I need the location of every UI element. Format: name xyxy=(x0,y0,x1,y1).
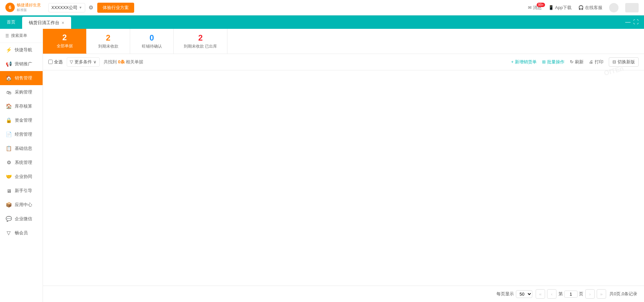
sidebar-item-wechat[interactable]: 💬 企业微信 xyxy=(0,212,43,226)
stat-tab-shipped[interactable]: 2 到期未收款 已出库 xyxy=(174,29,227,54)
page-size-selector: 每页显示 50 xyxy=(496,290,532,298)
tab-work-table[interactable]: 钱货日清工作台 ✕ xyxy=(22,17,71,29)
sales-icon: 🏠 xyxy=(5,75,12,81)
main-layout: ☰ 搜索菜单 ⚡ 快捷导航 📢 营销推广 🏠 销售管理 🛍 采购管理 🏠 库存核… xyxy=(0,29,644,302)
sidebar-item-member[interactable]: ▽ 畅会员 xyxy=(0,226,43,240)
tab-work-table-label: 钱货日清工作台 xyxy=(29,20,59,26)
tab-close-icon[interactable]: ✕ xyxy=(61,21,64,25)
search-icon: ☰ xyxy=(5,34,9,38)
select-all-input[interactable] xyxy=(48,60,53,64)
marketing-icon: 📢 xyxy=(5,61,12,67)
switch-icon: ⊟ xyxy=(612,59,616,64)
next-page-button[interactable]: › xyxy=(585,289,595,299)
table-area: OfTEn xyxy=(43,70,644,286)
add-sale-button[interactable]: + 新增销货单 xyxy=(511,59,537,65)
service-icon: 🎧 xyxy=(578,5,584,10)
sidebar-item-purchase[interactable]: 🛍 采购管理 xyxy=(0,85,43,99)
sidebar-item-basic-info[interactable]: 📋 基础信息 xyxy=(0,141,43,156)
business-icon: 📄 xyxy=(5,131,12,137)
stat-num-shipped: 2 xyxy=(198,33,203,43)
trial-button[interactable]: 体验行业方案 xyxy=(97,3,134,13)
company-selector[interactable]: XXXXXX公司 ▼ xyxy=(48,3,85,12)
sidebar-item-inventory[interactable]: 🏠 库存核算 xyxy=(0,99,43,113)
switch-version-button[interactable]: ⊟ 切换新版 xyxy=(609,57,639,67)
batch-operation-button[interactable]: ⊞ 批量操作 xyxy=(542,59,565,65)
quick-nav-icon: ⚡ xyxy=(5,47,12,53)
tab-maximize-icon[interactable]: ⛶ xyxy=(633,19,639,25)
toolbar-right: + 新增销货单 ⊞ 批量操作 ↻ 刷新 🖨 打印 ⊟ 切换新版 xyxy=(511,57,639,67)
company-name: XXXXXX公司 xyxy=(51,5,77,11)
wechat-icon: 💬 xyxy=(5,216,12,222)
stat-tab-wangpu[interactable]: 0 旺铺待确认 xyxy=(130,29,174,54)
tab-bar-actions: — ⛶ xyxy=(625,19,644,25)
refresh-button[interactable]: ↻ 刷新 xyxy=(570,59,584,65)
page-navigation: « ‹ 第 页 › » xyxy=(536,289,606,299)
tab-home[interactable]: 首页 xyxy=(0,15,22,29)
filter-button[interactable]: ▽ 更多条件 ∨ xyxy=(67,57,100,67)
last-page-button[interactable]: » xyxy=(597,289,606,299)
prev-page-icon: ‹ xyxy=(551,292,552,297)
stat-num-all: 2 xyxy=(62,33,67,43)
top-header: 6 畅捷通好生意 标准版 XXXXXX公司 ▼ ⚙ 体验行业方案 ✉ 消息 99… xyxy=(0,0,644,15)
stat-label-all: 全部单据 xyxy=(57,43,73,49)
sidebar-item-app-center[interactable]: 📦 应用中心 xyxy=(0,198,43,212)
sidebar: ☰ 搜索菜单 ⚡ 快捷导航 📢 营销推广 🏠 销售管理 🛍 采购管理 🏠 库存核… xyxy=(0,29,43,302)
guide-icon: 🖥 xyxy=(5,188,12,194)
print-icon: 🖨 xyxy=(589,59,593,64)
prev-page-button[interactable]: ‹ xyxy=(547,289,556,299)
header-right: ✉ 消息 99+ 📱 App下载 🎧 在线客服 xyxy=(528,3,639,12)
logo-sub: 标准版 xyxy=(17,8,41,12)
page-number-input[interactable] xyxy=(564,291,578,298)
inventory-icon: 🏠 xyxy=(5,103,12,109)
logo-area: 6 畅捷通好生意 标准版 xyxy=(5,3,48,12)
stat-label-wangpu: 旺铺待确认 xyxy=(142,44,162,49)
sidebar-item-finance[interactable]: 🔒 资金管理 xyxy=(0,113,43,127)
select-all-checkbox[interactable]: 全选 xyxy=(48,59,63,65)
refresh-icon: ↻ xyxy=(570,59,574,64)
toolbar-left: 全选 ▽ 更多条件 ∨ 共找到 0条 相关单据 xyxy=(48,57,143,67)
tab-home-label: 首页 xyxy=(7,19,15,25)
batch-icon: ⊞ xyxy=(542,59,546,64)
last-page-icon: » xyxy=(600,292,602,297)
tab-bar: 首页 钱货日清工作台 ✕ — ⛶ xyxy=(0,15,644,29)
content-area: 2 全部单据 2 到期未收款 0 旺铺待确认 2 到期未收款 已出库 全选 xyxy=(43,29,644,302)
finance-icon: 🔒 xyxy=(5,117,12,123)
system-icon: ⚙ xyxy=(5,160,12,166)
app-center-icon: 📦 xyxy=(5,202,12,208)
sidebar-item-enterprise[interactable]: 🤝 企业协同 xyxy=(0,170,43,184)
found-text: 共找到 0条 相关单据 xyxy=(104,59,143,65)
app-download-button[interactable]: 📱 App下载 xyxy=(548,5,572,11)
stat-label-overdue: 到期未收款 xyxy=(98,44,118,49)
page-input-area: 第 页 xyxy=(558,291,583,298)
purchase-icon: 🛍 xyxy=(5,89,12,95)
first-page-button[interactable]: « xyxy=(536,289,545,299)
sidebar-item-quick-nav[interactable]: ⚡ 快捷导航 xyxy=(0,43,43,57)
toolbar: 全选 ▽ 更多条件 ∨ 共找到 0条 相关单据 + 新增销货单 ⊞ 批量操作 xyxy=(43,54,644,70)
per-page-select[interactable]: 50 xyxy=(516,290,532,298)
print-button[interactable]: 🖨 打印 xyxy=(589,59,603,65)
avatar[interactable] xyxy=(609,3,619,12)
stat-num-wangpu: 0 xyxy=(150,33,154,43)
page-label: 第 xyxy=(558,291,563,297)
chevron-down-icon: ▼ xyxy=(79,6,82,9)
message-badge: 99+ xyxy=(537,3,545,7)
message-button[interactable]: ✉ 消息 99+ xyxy=(528,5,542,11)
filter-icon: ▽ xyxy=(70,59,73,64)
search-menu-button[interactable]: ☰ 搜索菜单 xyxy=(0,29,43,43)
first-page-icon: « xyxy=(539,292,541,297)
sidebar-item-guide[interactable]: 🖥 新手引导 xyxy=(0,184,43,198)
stat-label-shipped: 到期未收款 已出库 xyxy=(184,44,217,49)
watermark: OfTEn xyxy=(603,70,625,77)
stat-tab-overdue[interactable]: 2 到期未收款 xyxy=(87,29,130,54)
sidebar-item-system[interactable]: ⚙ 系统管理 xyxy=(0,156,43,170)
stat-tab-all[interactable]: 2 全部单据 xyxy=(43,29,87,54)
online-service-button[interactable]: 🎧 在线客服 xyxy=(578,5,602,11)
search-menu-label: 搜索菜单 xyxy=(11,33,27,39)
tab-minimize-icon[interactable]: — xyxy=(625,19,631,25)
sidebar-item-marketing[interactable]: 📢 营销推广 xyxy=(0,57,43,71)
page-suffix: 页 xyxy=(579,291,583,297)
user-menu[interactable] xyxy=(625,3,639,12)
settings-icon[interactable]: ⚙ xyxy=(89,4,93,11)
sidebar-item-sales[interactable]: 🏠 销售管理 xyxy=(0,71,43,85)
sidebar-item-business[interactable]: 📄 经营管理 xyxy=(0,127,43,141)
